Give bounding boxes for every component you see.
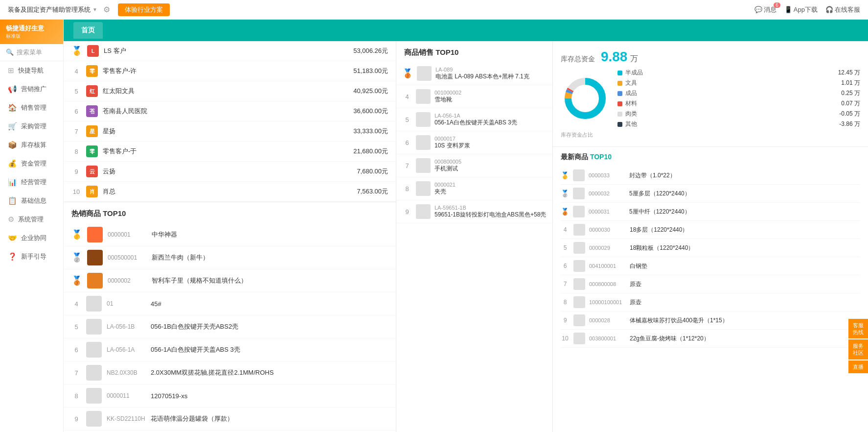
legend-value-2: 0.25 万 xyxy=(841,89,860,97)
prod-bronze-icon: 🥉 xyxy=(402,68,413,79)
content: 首页 🥇 L LS 客户 53,006.26元 4 零 xyxy=(64,20,868,432)
hot-products-title: 热销商品 TOP10 xyxy=(64,202,396,223)
sidebar-label-operations: 经营管理 xyxy=(21,178,46,187)
sidebar-item-guide[interactable]: ❓ 新手引导 xyxy=(0,247,63,266)
search-menu[interactable]: 🔍 搜索菜单 xyxy=(0,44,63,61)
latest-img-2 xyxy=(573,188,585,199)
sidebar-item-finance[interactable]: 💰 资金管理 xyxy=(0,154,63,173)
hot-code-7: NB2.0X30B xyxy=(107,369,146,376)
right-panel: 库存总资金 9.88 万 xyxy=(553,41,868,432)
legend-item-5: 其他 -3.86 万 xyxy=(617,120,860,128)
home-tab[interactable]: 首页 xyxy=(73,22,103,39)
search-label: 搜索菜单 xyxy=(17,48,42,57)
hot-img-6 xyxy=(86,342,102,358)
sales-icon: 🏠 xyxy=(8,103,17,112)
trial-button[interactable]: 体验行业方案 xyxy=(118,3,170,16)
customer-avatar-7: 星 xyxy=(86,125,98,137)
content-body: 🥇 L LS 客户 53,006.26元 4 零 零售客户-许 51,183.0… xyxy=(64,41,868,432)
inventory-title: 库存总资金 9.88 万 xyxy=(561,49,860,65)
hot-gold-icon: 🥇 xyxy=(71,229,82,240)
latest-name-4: 18多层（1220*2440） xyxy=(630,226,860,234)
latest-code-5: 0000029 xyxy=(589,245,626,251)
app-download[interactable]: 📱 App下载 xyxy=(784,5,818,14)
sidebar-item-collaboration[interactable]: 🤝 企业协同 xyxy=(0,229,63,247)
prod-desc-3: 电池盖 LA-089 ABS本色+黑种 7.1克 xyxy=(435,72,547,81)
legend-dot-3 xyxy=(617,101,622,106)
hot-product-5: 5 LA-056-1B 056-1B白色按键开关壳ABS2壳 xyxy=(64,315,396,338)
hot-bronze-icon: 🥉 xyxy=(71,275,82,286)
top-bar: 装备及固定资产辅助管理系统 ▼ ⚙ 体验行业方案 💬 消息 6 📱 App下载 … xyxy=(0,0,868,20)
hot-product-7: 7 NB2.0X30B 2.0X30MM双搓花轴,搓花直径2.1MM/ROHS xyxy=(64,361,396,384)
hot-name-2: 新西兰牛肉（新牛） xyxy=(152,253,388,262)
top-bar-left: 装备及固定资产辅助管理系统 ▼ ⚙ 体验行业方案 xyxy=(8,3,170,16)
hot-name-3: 智利车子里（规格不知道填什么） xyxy=(152,276,388,285)
legend-item-2: 成品 0.25 万 xyxy=(617,89,860,97)
product-top-list: 🥉 LA-089 电池盖 LA-089 ABS本色+黑种 7.1克 4 0010… xyxy=(396,62,552,432)
hot-img-8 xyxy=(86,388,102,404)
legend-value-5: -3.86 万 xyxy=(839,120,860,128)
prod-code-6: 0000017 xyxy=(434,136,547,142)
sidebar-label-system: 系统管理 xyxy=(18,215,44,224)
latest-gold: 🥇 xyxy=(561,171,569,179)
hot-name-4: 45# xyxy=(151,300,388,308)
customer-avatar-4: 零 xyxy=(86,65,98,77)
product-sale-5: 5 LA-056-1A 056-1A白色按键开关盖ABS 3壳 xyxy=(396,108,552,131)
customer-avatar-1: L xyxy=(87,45,99,57)
app-download-label: App下载 xyxy=(794,5,818,14)
product-sale-3: 🥉 LA-089 电池盖 LA-089 ABS本色+黑种 7.1克 xyxy=(396,62,552,85)
sidebar-item-sales[interactable]: 🏠 销售管理 xyxy=(0,98,63,117)
navigation-icon: ⊞ xyxy=(8,66,14,75)
live-button[interactable]: 直播 xyxy=(848,360,868,373)
prod-img-8 xyxy=(416,181,431,196)
system-selector[interactable]: 装备及固定资产辅助管理系统 ▼ xyxy=(8,5,97,14)
legend-value-3: 0.07 万 xyxy=(841,99,860,108)
latest-item-8: 8 10000100001 原壶 xyxy=(561,293,860,312)
latest-name-1: 封边带（1.0*22） xyxy=(629,171,860,180)
inventory-card: 库存总资金 9.88 万 xyxy=(553,41,868,147)
latest-name-10: 22g鱼豆腐-烧烤味（1*12*20） xyxy=(630,335,860,343)
svg-point-5 xyxy=(572,86,598,111)
latest-item-4: 4 0000030 18多层（1220*2440） xyxy=(561,221,860,239)
system-name: 装备及固定资产辅助管理系统 xyxy=(8,5,91,14)
sidebar-item-marketing[interactable]: 📢 营销推广 xyxy=(0,80,63,98)
customer-avatar-6: 苍 xyxy=(86,105,98,117)
legend-dot-0 xyxy=(617,71,622,75)
chart-legend: 半成品 12.45 万 文具 1.01 万 成品 0 xyxy=(617,69,860,128)
sidebar-item-system[interactable]: ⚙ 系统管理 xyxy=(0,210,63,229)
hot-product-6: 6 LA-056-1A 056-1A白色按键开关盖ABS 3壳 xyxy=(64,338,396,361)
prod-code-9: LA-59651-1B xyxy=(434,205,547,211)
sidebar-label-sales: 销售管理 xyxy=(21,103,46,112)
customer-name-9: 云扬 xyxy=(103,167,352,176)
gear-button[interactable]: ⚙ xyxy=(103,5,110,14)
latest-title: 最新商品 TOP10 xyxy=(561,153,860,162)
customer-service-button[interactable]: 客服热线 xyxy=(848,319,868,339)
latest-code-7: 000800008 xyxy=(589,281,626,287)
sidebar-item-operations[interactable]: 📊 经营管理 xyxy=(0,173,63,192)
prod-desc-4: 雪地靴 xyxy=(434,96,547,104)
operations-icon: 📊 xyxy=(8,178,17,187)
prod-img-4 xyxy=(416,89,431,104)
message-badge[interactable]: 💬 消息 6 xyxy=(754,5,777,14)
hot-product-4: 4 01 45# xyxy=(64,292,396,315)
service-community-button[interactable]: 服务社区 xyxy=(848,339,868,360)
prod-code-5: LA-056-1A xyxy=(434,113,547,119)
prod-info-9: LA-59651-1B 59651-1B旋转投影灯电池盒ABS黑色+58壳 xyxy=(434,205,547,219)
sidebar-item-inventory[interactable]: 📦 库存核算 xyxy=(0,136,63,154)
prod-code-7: 000800005 xyxy=(434,159,547,165)
guide-icon: ❓ xyxy=(8,252,17,261)
latest-code-2: 0000032 xyxy=(589,191,625,196)
hot-code-3: 0000002 xyxy=(108,277,147,284)
legend-label-0: 半成品 xyxy=(625,69,835,77)
prod-info-7: 000800005 手机测试 xyxy=(434,159,547,173)
sidebar-item-purchase[interactable]: 🛒 采购管理 xyxy=(0,117,63,136)
online-service[interactable]: 🎧 在线客服 xyxy=(825,5,860,14)
latest-name-3: 5厘中纤（1220*2440） xyxy=(629,208,860,216)
sidebar-item-basic-info[interactable]: 📋 基础信息 xyxy=(0,192,63,210)
customer-item-6: 6 苍 苍南县人民医院 36,600.00元 xyxy=(64,101,396,121)
legend-label-1: 文具 xyxy=(625,79,838,87)
customer-item-8: 8 零 零售客户-于 21,680.00元 xyxy=(64,142,396,162)
product-sale-6: 6 0000017 10S 变料罗浆 xyxy=(396,131,552,154)
sidebar-item-navigation[interactable]: ⊞ 快捷导航 xyxy=(0,61,63,80)
float-service: 客服热线 服务社区 直播 xyxy=(848,319,868,373)
latest-code-8: 10000100001 xyxy=(589,299,626,305)
